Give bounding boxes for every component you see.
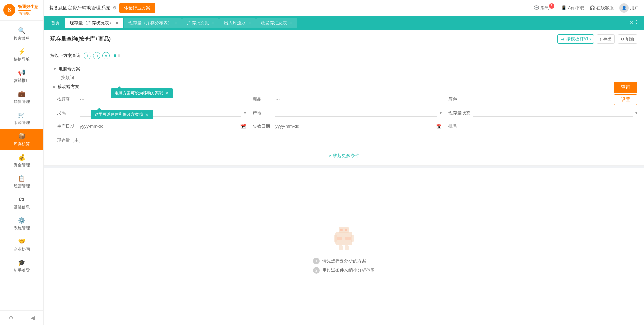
stock-status-input[interactable] xyxy=(473,109,633,117)
color-label: 颜色 xyxy=(448,96,469,102)
phone-icon: 📱 xyxy=(561,5,567,10)
sidebar-item-base[interactable]: 🗂基础信息 xyxy=(0,193,43,213)
tooltip-close-icon-2[interactable]: ✕ xyxy=(145,112,149,117)
sidebar-item-enterprise[interactable]: 🤝企业协同 xyxy=(0,234,43,256)
calendar-icon-2[interactable]: 📅 xyxy=(436,124,442,129)
sidebar: 6 畅通好生意 标准版 🔍搜索菜单⚡快捷导航📢营销推广💼销售管理🛒采购管理📦库存… xyxy=(0,0,44,325)
experience-button[interactable]: 体验行业方案 xyxy=(119,3,155,13)
stock-from-input[interactable] xyxy=(87,136,140,144)
collapse-button[interactable]: ∧ 收起更多条件 xyxy=(50,150,637,161)
print-button[interactable]: 🖨 按模板打印 ▾ xyxy=(557,34,594,44)
tab-batch[interactable]: 库存批次账 ✕ xyxy=(182,18,219,28)
message-button[interactable]: 💬 消息 6 xyxy=(534,5,556,11)
add-scheme-button[interactable]: + xyxy=(84,52,91,59)
sidebar-item-finance[interactable]: 💰资金管理 xyxy=(0,150,43,171)
refresh-button[interactable]: ↻ 刷新 xyxy=(618,34,637,44)
back-arrow-button[interactable]: « xyxy=(102,52,110,59)
operation-icon: 📋 xyxy=(18,175,25,182)
tab-inventory-dist[interactable]: 现存量（库存分布表） ✕ xyxy=(124,18,182,28)
edit-scheme-button[interactable]: ○ xyxy=(93,52,100,59)
sales-icon: 💼 xyxy=(18,90,25,98)
close-icon[interactable]: ✕ xyxy=(115,21,118,25)
system-icon: ⚙️ xyxy=(18,217,25,224)
close-icon[interactable]: ✕ xyxy=(174,21,177,25)
more-options-icon[interactable]: ··· xyxy=(80,96,84,102)
main-content: 装备及固定资产辅助管理系统 ⚙ 体验行业方案 💬 消息 6 📱 App下载 🎧 … xyxy=(44,0,644,325)
finance-icon: 💰 xyxy=(18,154,25,161)
chevron-down-icon: ▾ xyxy=(244,111,246,115)
svg-point-2 xyxy=(340,229,343,231)
sidebar-item-label: 销售管理 xyxy=(14,99,30,105)
close-icon[interactable]: ✕ xyxy=(289,21,292,25)
filter-area: 按以下方案查询 + ○ « 电脑方案可设为移动方案哦 ✕ 这里可以创 xyxy=(44,48,644,166)
stock-to-input[interactable] xyxy=(150,136,204,144)
calendar-icon[interactable]: 📅 xyxy=(240,124,246,129)
tab-inventory-dist-label: 现存量（库存分布表） xyxy=(128,20,172,26)
sidebar-item-label: 资金管理 xyxy=(14,162,30,168)
sidebar-item-system[interactable]: ⚙️系统管理 xyxy=(0,213,43,234)
close-icon[interactable]: ✕ xyxy=(211,21,214,25)
support-button[interactable]: 🎧 在线客服 xyxy=(590,5,614,11)
content-area: 现存量查询(按仓库+商品) 🖨 按模板打印 ▾ ↑ 导出 ↻ 刷新 xyxy=(44,30,644,325)
sidebar-item-purchase[interactable]: 🛒采购管理 xyxy=(0,108,43,129)
scheme-pc[interactable]: ▼ 电脑端方案 xyxy=(50,65,637,73)
filter-header: 按以下方案查询 + ○ « xyxy=(50,52,637,59)
tab-inventory-status-label: 现存量（库存状况表） xyxy=(70,20,113,26)
collapse-icon[interactable]: ◀ xyxy=(31,315,35,321)
settings-icon[interactable]: ⚙ xyxy=(113,5,117,10)
logo-text: 畅通好生意 xyxy=(18,4,38,10)
close-icon[interactable]: ✕ xyxy=(248,21,251,25)
sidebar-item-sales[interactable]: 💼销售管理 xyxy=(0,87,43,108)
filter-origin: 产地 ▾ xyxy=(253,109,441,117)
fullscreen-icon[interactable]: ⛶ xyxy=(636,19,641,27)
svg-rect-6 xyxy=(339,245,343,250)
empty-hint-1: 1 请先选择要分析的方案 xyxy=(313,258,375,264)
sidebar-item-label: 基础信息 xyxy=(14,204,30,210)
tab-inout[interactable]: 出入库流水 ✕ xyxy=(219,18,256,28)
filter-label: 按以下方案查询 xyxy=(50,53,81,59)
prod-date-label: 生产日期 xyxy=(57,123,77,129)
export-button[interactable]: ↑ 导出 xyxy=(597,34,615,44)
tooltip-close-icon[interactable]: ✕ xyxy=(165,91,169,96)
more-options-icon[interactable]: ··· xyxy=(275,96,280,102)
tab-bar: 首页 现存量（库存状况表） ✕ 现存量（库存分布表） ✕ 库存批次账 ✕ 出入库… xyxy=(44,16,644,30)
avatar: 👤 xyxy=(619,3,629,13)
tab-receive-label: 收发存汇总表 xyxy=(261,20,287,26)
page-header: 现存量查询(按仓库+商品) 🖨 按模板打印 ▾ ↑ 导出 ↻ 刷新 xyxy=(44,30,644,48)
tooltip-scheme: 电脑方案可设为移动方案哦 ✕ xyxy=(111,88,173,98)
svg-point-3 xyxy=(345,229,347,231)
sidebar-item-search[interactable]: 🔍搜索菜单 xyxy=(0,23,43,45)
batch-input[interactable] xyxy=(471,122,637,130)
svg-rect-7 xyxy=(345,245,349,250)
settings-icon[interactable]: ⚙ xyxy=(9,315,13,321)
search-button[interactable]: 查询 xyxy=(614,82,637,93)
color-input[interactable] xyxy=(471,95,633,103)
expire-date-input[interactable] xyxy=(275,122,433,130)
filter-color: 颜色 ▾ xyxy=(448,95,637,103)
reset-button[interactable]: 设置 xyxy=(614,94,637,105)
sidebar-item-operation[interactable]: 📋经营管理 xyxy=(0,171,43,193)
hint-num-1: 1 xyxy=(313,258,320,264)
tab-home[interactable]: 首页 xyxy=(46,18,64,28)
user-button[interactable]: 👤 用户 xyxy=(619,3,639,13)
sidebar-item-nav[interactable]: ⚡快捷导航 xyxy=(0,45,43,66)
prod-date-input[interactable] xyxy=(80,122,237,130)
tab-receive[interactable]: 收发存汇总表 ✕ xyxy=(256,18,297,28)
sidebar-item-label: 采购管理 xyxy=(14,120,30,126)
origin-input[interactable] xyxy=(275,109,437,117)
sidebar-item-inventory[interactable]: 📦库存核算 xyxy=(0,129,43,150)
tab-inventory-status[interactable]: 现存量（库存状况表） ✕ xyxy=(65,18,123,28)
chevron-down-icon: ▼ xyxy=(53,67,57,71)
empty-illustration xyxy=(327,220,361,254)
chevron-down-icon: ▾ xyxy=(589,37,591,41)
app-download-button[interactable]: 📱 App下载 xyxy=(561,5,584,11)
warehouse-label: 按顾客 xyxy=(57,96,77,102)
sidebar-item-marketing[interactable]: 📢营销推广 xyxy=(0,66,43,87)
chevron-down-icon: ▾ xyxy=(440,111,442,115)
sidebar-item-guide[interactable]: 🎓新手引导 xyxy=(0,256,43,277)
close-all-icon[interactable]: ✕ xyxy=(629,19,634,27)
scheme-pc-sub[interactable]: 按顾问 xyxy=(50,73,637,82)
dot-active xyxy=(114,54,116,57)
sidebar-item-label: 经营管理 xyxy=(14,183,30,189)
sidebar-item-label: 快捷导航 xyxy=(14,57,30,62)
